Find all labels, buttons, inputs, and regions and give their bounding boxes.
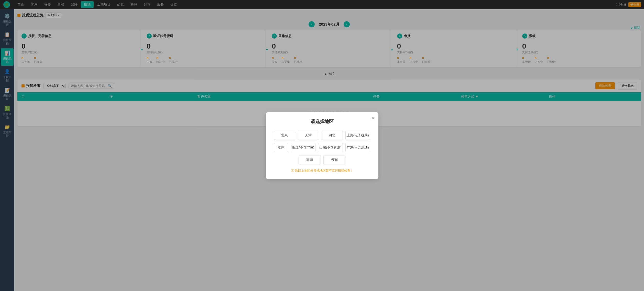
warning-text: 除以上地区外其他地区暂不支持报税检查！	[295, 169, 353, 173]
region-btn-zhejiang[interactable]: 浙江(不含宁波)	[291, 143, 315, 152]
modal-close-button[interactable]: ×	[372, 115, 374, 121]
region-btn-hebei[interactable]: 河北	[322, 131, 343, 140]
modal-warning: ⓘ 除以上地区外其他地区暂不支持报税检查！	[274, 169, 370, 173]
region-row-3: 海南 云南	[274, 155, 370, 164]
region-btn-jiangsu[interactable]: 江苏	[274, 143, 288, 152]
region-btn-hainan[interactable]: 海南	[299, 155, 321, 164]
region-btn-yunnan[interactable]: 云南	[323, 155, 346, 164]
region-modal: 请选择地区 × 北京 天津 河北 上海(电子税局) 江苏 浙江(不含宁波) 山东…	[266, 112, 378, 179]
region-btn-beijing[interactable]: 北京	[274, 131, 295, 140]
region-row-2: 江苏 浙江(不含宁波) 山东(不含青岛) 广东(不含深圳)	[274, 143, 370, 152]
modal-overlay[interactable]: 请选择地区 × 北京 天津 河北 上海(电子税局) 江苏 浙江(不含宁波) 山东…	[0, 0, 644, 291]
warning-icon: ⓘ	[291, 169, 294, 173]
region-btn-shanghai[interactable]: 上海(电子税局)	[345, 131, 370, 140]
region-row-1: 北京 天津 河北 上海(电子税局)	[274, 131, 370, 140]
region-btn-shandong[interactable]: 山东(不含青岛)	[318, 143, 343, 152]
region-btn-guangdong[interactable]: 广东(不含深圳)	[345, 143, 370, 152]
modal-title: 请选择地区	[274, 118, 370, 125]
region-btn-tianjin[interactable]: 天津	[298, 131, 319, 140]
